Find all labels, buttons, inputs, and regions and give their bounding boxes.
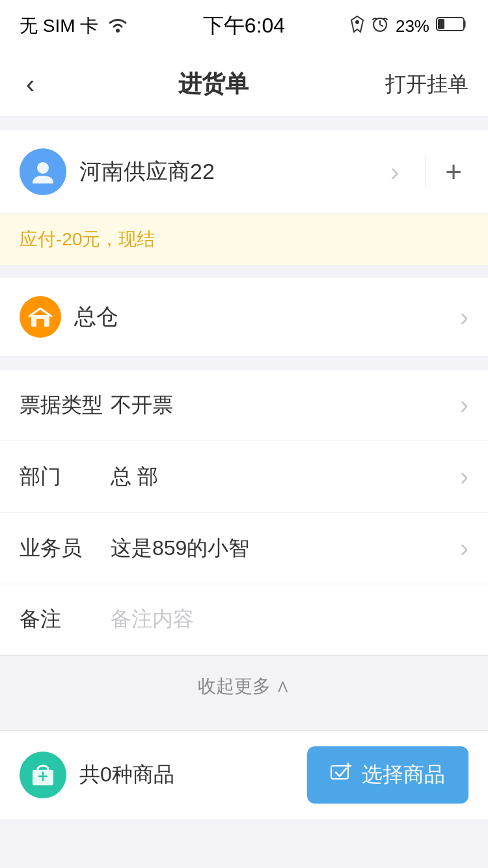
select-product-icon xyxy=(331,763,354,787)
supplier-section: 河南供应商22 + 应付-20元，现结 xyxy=(0,130,488,265)
section-gap-4 xyxy=(0,717,488,730)
location-icon xyxy=(350,15,364,38)
status-right: 23% xyxy=(350,15,468,38)
wifi-icon xyxy=(106,15,129,38)
department-arrow-icon xyxy=(460,462,468,491)
remark-row[interactable]: 备注 备注内容 xyxy=(0,584,488,655)
back-button[interactable]: ‹ xyxy=(20,63,41,105)
supplier-arrow-icon xyxy=(390,157,399,187)
page-title: 进货单 xyxy=(178,68,249,100)
add-supplier-button[interactable]: + xyxy=(439,156,468,188)
status-bar: 无 SIM 卡 下午6:04 xyxy=(0,0,488,52)
invoice-arrow-icon xyxy=(460,390,468,420)
notice-bar: 应付-20元，现结 xyxy=(0,214,488,265)
invoice-row[interactable]: 票据类型 不开票 xyxy=(0,370,488,441)
notice-text: 应付-20元，现结 xyxy=(20,229,155,249)
supplier-name: 河南供应商22 xyxy=(79,157,390,187)
battery-icon xyxy=(436,16,468,37)
open-pending-button[interactable]: 打开挂单 xyxy=(385,70,468,99)
section-gap-3 xyxy=(0,357,488,370)
invoice-value: 不开票 xyxy=(111,391,460,420)
department-row[interactable]: 部门 总 部 xyxy=(0,441,488,513)
section-gap-2 xyxy=(0,265,488,278)
salesman-row[interactable]: 业务员 这是859的小智 xyxy=(0,513,488,584)
warehouse-row[interactable]: 总仓 xyxy=(0,278,488,357)
warehouse-section: 总仓 xyxy=(0,278,488,357)
select-product-label: 选择商品 xyxy=(362,761,445,789)
remark-key: 备注 xyxy=(20,605,111,634)
bottom-bar: 共0种商品 选择商品 xyxy=(0,730,488,819)
battery-percentage: 23% xyxy=(396,16,429,36)
alarm-icon xyxy=(371,15,389,38)
svg-point-5 xyxy=(37,162,49,174)
warehouse-arrow-icon xyxy=(460,303,468,332)
form-section: 票据类型 不开票 部门 总 部 业务员 这是859的小智 备注 备注内容 xyxy=(0,370,488,655)
supplier-avatar xyxy=(20,148,66,195)
warehouse-icon xyxy=(20,296,61,338)
invoice-key: 票据类型 xyxy=(20,391,111,420)
collapse-label: 收起更多 ∧ xyxy=(198,674,291,699)
status-left: 无 SIM 卡 xyxy=(20,14,129,38)
product-count: 共0种商品 xyxy=(79,761,307,789)
supplier-row[interactable]: 河南供应商22 + xyxy=(0,130,488,214)
collapse-row[interactable]: 收起更多 ∧ xyxy=(0,655,488,717)
salesman-key: 业务员 xyxy=(20,534,111,563)
svg-rect-7 xyxy=(36,319,44,327)
remark-input[interactable]: 备注内容 xyxy=(111,605,468,634)
svg-rect-4 xyxy=(438,19,444,29)
nav-bar: ‹ 进货单 打开挂单 xyxy=(0,52,488,117)
warehouse-name: 总仓 xyxy=(74,302,460,332)
department-value: 总 部 xyxy=(111,463,460,491)
select-product-button[interactable]: 选择商品 xyxy=(307,746,468,804)
product-icon xyxy=(20,752,66,798)
status-time: 下午6:04 xyxy=(203,12,285,40)
section-gap-1 xyxy=(0,117,488,130)
svg-point-0 xyxy=(116,29,120,33)
divider xyxy=(425,156,426,188)
salesman-arrow-icon xyxy=(460,534,468,563)
carrier-label: 无 SIM 卡 xyxy=(20,14,98,38)
salesman-value: 这是859的小智 xyxy=(111,534,460,563)
svg-point-1 xyxy=(355,20,359,24)
department-key: 部门 xyxy=(20,463,111,491)
